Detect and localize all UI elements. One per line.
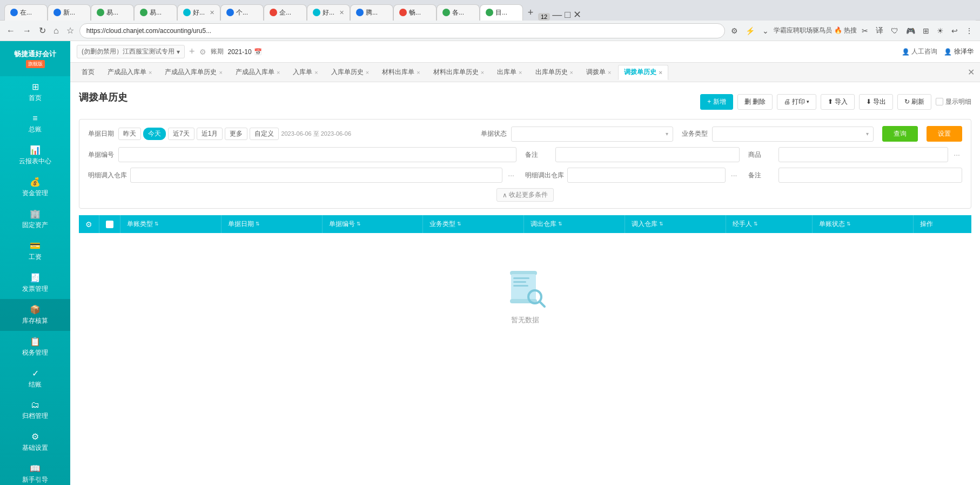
user-avatar[interactable]: 👤 徐泽华 (944, 47, 974, 56)
goods-ellipsis[interactable]: ··· (951, 150, 962, 159)
show-detail-checkbox[interactable] (936, 98, 943, 105)
tab-material-out[interactable]: 材料出库单 × (376, 65, 426, 80)
tab-close-transfer[interactable]: × (608, 69, 611, 76)
browser-tab-7[interactable]: 企... (264, 4, 307, 21)
sidebar-item-settings[interactable]: ⚙ 基础设置 (0, 426, 70, 458)
sidebar-item-payroll[interactable]: 💳 工资 (0, 235, 70, 267)
tab-close-material-out-history[interactable]: × (481, 69, 484, 76)
browser-tab-12[interactable]: 目... (480, 4, 523, 21)
browser-tab-2[interactable]: 新... (48, 4, 91, 21)
th-doc-num-sort[interactable]: 单据编号 ⇅ (329, 220, 417, 229)
th-biz-type[interactable]: 业务类型 ⇅ (423, 215, 524, 233)
extension2-icon[interactable]: 🎮 (903, 25, 918, 37)
tab-finished-in-history[interactable]: 产成品入库单历史 × (159, 65, 228, 80)
import-button[interactable]: ⬆ 导入 (821, 94, 855, 110)
th-in-warehouse[interactable]: 调入仓库 ⇅ (625, 215, 726, 233)
th-doc-status-sort[interactable]: 单账状态 ⇅ (819, 220, 907, 229)
tab-out-history[interactable]: 出库单历史 × (529, 65, 579, 80)
company-settings-icon[interactable]: ⚙ (199, 48, 206, 56)
tab-home[interactable]: 首页 (76, 65, 100, 80)
goods-input[interactable] (778, 147, 949, 162)
browser-tab-1[interactable]: 在... (4, 4, 48, 21)
date-btn-7days[interactable]: 近7天 (168, 128, 194, 140)
note-input[interactable] (555, 147, 740, 162)
browser-tab-8[interactable]: 好... ✕ (307, 4, 350, 21)
sidebar-item-close[interactable]: ✓ 结账 (0, 363, 70, 395)
tab-close-stock-in-history[interactable]: × (366, 69, 369, 76)
sidebar-item-assets[interactable]: 🏢 固定资产 (0, 203, 70, 235)
th-settings[interactable]: ⚙ (79, 215, 99, 233)
tab-out[interactable]: 出库单 × (491, 65, 528, 80)
th-handler[interactable]: 经手人 ⇅ (726, 215, 812, 233)
browser-tab-5[interactable]: 好... ✕ (177, 4, 220, 21)
tab-stock-in-history[interactable]: 入库单历史 × (325, 65, 375, 80)
th-biz-type-sort[interactable]: 业务类型 ⇅ (429, 220, 517, 229)
period-value[interactable]: 2021-10 📅 (228, 48, 262, 56)
th-doc-type[interactable]: 单账类型 ⇅ (120, 215, 221, 233)
detail-note-input[interactable] (778, 168, 963, 183)
export-button[interactable]: ⬇ 导出 (859, 94, 893, 110)
refresh-button[interactable]: ↻ 刷新 (897, 94, 931, 110)
user-service[interactable]: 👤 人工咨询 (902, 47, 937, 56)
tab-close-stock-in[interactable]: × (314, 69, 318, 76)
tab-finished-in[interactable]: 产成品入库单 × (102, 65, 158, 80)
tab-close-out[interactable]: × (519, 69, 522, 76)
status-select[interactable]: ▾ (511, 127, 673, 142)
detail-out-input[interactable] (567, 168, 726, 183)
tab-close-finished-in-history[interactable]: × (219, 69, 222, 76)
tab-close-finished-in[interactable]: × (149, 69, 152, 76)
table-settings-gear[interactable]: ⚙ (85, 220, 92, 229)
browser-tab-3[interactable]: 易... (91, 4, 134, 21)
sidebar-item-archive[interactable]: 🗂 归档管理 (0, 395, 70, 426)
sidebar-item-ledger[interactable]: ≡ 总账 (0, 108, 70, 139)
browser-tab-11[interactable]: 各... (437, 4, 480, 21)
th-date[interactable]: 单据日期 ⇅ (221, 215, 322, 233)
sun-icon[interactable]: ☀ (934, 25, 947, 37)
tab-stock-in[interactable]: 入库单 × (287, 65, 324, 80)
browser-tab-4[interactable]: 易... (134, 4, 177, 21)
tab-material-out-history[interactable]: 材料出库单历史 × (427, 65, 490, 80)
detail-in-ellipsis[interactable]: ··· (506, 171, 516, 180)
settings-btn[interactable]: 设置 (927, 126, 962, 142)
sidebar-item-reports[interactable]: 📊 云报表中心 (0, 139, 70, 171)
sidebar-item-guide[interactable]: 📖 新手引导 (0, 458, 70, 485)
select-all-checkbox[interactable] (106, 221, 113, 228)
page-tabs-close-all[interactable]: ✕ (968, 67, 975, 77)
tab-transfer[interactable]: 调拨单 × (580, 65, 617, 80)
date-btn-yesterday[interactable]: 昨天 (118, 128, 141, 140)
tab-close-5[interactable]: ✕ (210, 9, 214, 16)
date-btn-today[interactable]: 今天 (143, 128, 166, 140)
tab-close-finished-in-2[interactable]: × (277, 69, 280, 76)
delete-button[interactable]: 删 删除 (737, 94, 773, 110)
sidebar-item-tax[interactable]: 📋 税务管理 (0, 331, 70, 363)
home-button[interactable]: ⌂ (51, 24, 61, 38)
detail-in-input[interactable] (130, 168, 502, 183)
th-checkbox[interactable] (99, 215, 120, 233)
reload-button[interactable]: ↻ (37, 23, 48, 38)
date-btn-1month[interactable]: 近1月 (197, 128, 223, 140)
dropdown-icon[interactable]: ⌄ (760, 25, 771, 37)
forward-button[interactable]: → (21, 24, 33, 38)
tab-finished-in-2[interactable]: 产成品入库单 × (230, 65, 286, 80)
tab-close-transfer-history[interactable]: × (659, 69, 662, 76)
sidebar-item-home[interactable]: ⊞ 首页 (0, 76, 70, 108)
search-button[interactable]: 查询 (882, 126, 918, 142)
th-out-warehouse-sort[interactable]: 调出仓库 ⇅ (531, 220, 618, 229)
date-btn-more[interactable]: 更多 (225, 128, 247, 140)
scissors-icon[interactable]: ✂ (859, 25, 871, 37)
bookmark-button[interactable]: ☆ (64, 23, 76, 38)
th-handler-sort[interactable]: 经手人 ⇅ (733, 220, 806, 229)
th-doc-num[interactable]: 单据编号 ⇅ (322, 215, 423, 233)
company-selector[interactable]: (勿删勿禁用）江西服宝测试专用 ▾ (77, 45, 185, 58)
tab-close-material-out[interactable]: × (417, 69, 420, 76)
th-doc-status[interactable]: 单账状态 ⇅ (812, 215, 913, 233)
doc-num-input[interactable] (118, 147, 516, 162)
sidebar-item-inventory[interactable]: 📦 库存核算 (0, 299, 70, 331)
type-select[interactable]: ▾ (712, 127, 874, 142)
th-date-sort[interactable]: 单据日期 ⇅ (228, 220, 316, 229)
th-doc-type-sort[interactable]: 单账类型 ⇅ (127, 220, 214, 229)
address-input[interactable] (79, 23, 726, 38)
menu-icon[interactable]: ⋮ (963, 25, 976, 37)
tab-transfer-history[interactable]: 调拨单历史 × (618, 65, 668, 80)
sidebar-item-invoice[interactable]: 🧾 发票管理 (0, 267, 70, 299)
